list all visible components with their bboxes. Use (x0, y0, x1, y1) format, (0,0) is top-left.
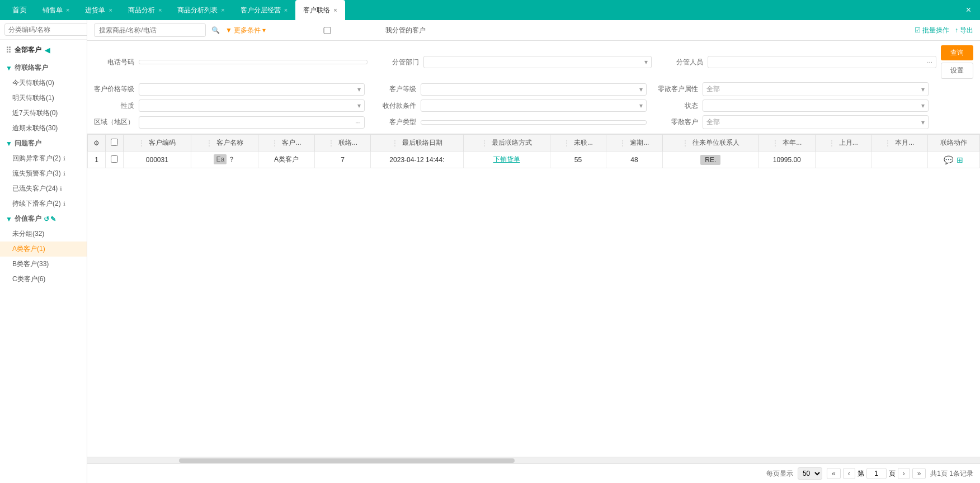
sidebar-search-input[interactable] (4, 23, 87, 36)
staff-select[interactable]: ··· (708, 56, 936, 68)
region-select[interactable]: ··· (139, 116, 365, 129)
customer-level-select[interactable]: ▾ (421, 83, 647, 96)
search-input[interactable] (94, 23, 206, 37)
sidebar-item-today[interactable]: 今天待联络(0) (0, 75, 87, 91)
filter-bar-right: ☑ 批量操作 ↑ 导出 (915, 26, 973, 35)
sidebar-pending-group[interactable]: ▼ 待联络客户 (0, 60, 87, 75)
col-no-contact[interactable]: ⋮ 未联... (550, 135, 606, 151)
close-icon[interactable]: × (333, 7, 337, 13)
refresh-icon[interactable]: ↺ (44, 215, 49, 223)
gear-icon[interactable]: ⚙ (93, 139, 100, 147)
nav-tab-customer-tier[interactable]: 客户分层经营 × (233, 0, 295, 20)
col-overdue[interactable]: ⋮ 逾期... (606, 135, 663, 151)
col-checkbox[interactable] (106, 135, 124, 151)
drag-handle-icon: ⋮ (481, 139, 488, 147)
sidebar-item-tomorrow[interactable]: 明天待联络(1) (0, 91, 87, 106)
sidebar-item-a-class[interactable]: A类客户(1) (0, 242, 87, 257)
col-this-year[interactable]: ⋮ 本年... (758, 135, 815, 151)
col-code[interactable]: ⋮ 客户编码 (124, 135, 191, 151)
col-last-contact-date[interactable]: ⋮ 最后联络日期 (371, 135, 463, 151)
close-icon[interactable]: × (66, 7, 69, 13)
filter-retail-customer: 零散客户 全部 ▾ (658, 115, 929, 129)
search-button[interactable]: 🔍 (211, 26, 220, 34)
close-icon[interactable]: × (284, 7, 288, 13)
prev-page-button[interactable]: ‹ (843, 468, 855, 479)
horizontal-scrollbar[interactable] (87, 457, 980, 463)
next-page-button[interactable]: › (898, 468, 910, 479)
col-level[interactable]: ⋮ 客户... (258, 135, 315, 151)
edit-icon[interactable]: ✎ (50, 215, 56, 223)
nav-home[interactable]: 首页 (4, 0, 35, 20)
query-button[interactable]: 查询 (941, 45, 973, 60)
sidebar-item-overdue[interactable]: 逾期未联络(30) (0, 121, 87, 136)
filter-region: 区域（地区） ··· (94, 116, 365, 129)
last-page-button[interactable]: » (912, 468, 926, 479)
sidebar-item-churn-warning[interactable]: 流失预警客户(3) ℹ (0, 166, 87, 181)
chevron-down-icon: ▾ (644, 58, 648, 66)
nav-tab-sales[interactable]: 销售单 × (35, 0, 77, 20)
page-label: 第 (858, 469, 864, 479)
retail-attr-select[interactable]: 全部 ▾ (703, 82, 929, 96)
chat-icon[interactable]: 💬 (944, 155, 953, 164)
row-last-contact-date: 2023-04-12 14:44: (371, 151, 463, 168)
batch-op-button[interactable]: ☑ 批量操作 (915, 26, 949, 35)
row-checkbox-cell[interactable] (106, 151, 124, 168)
sidebar-item-7days[interactable]: 近7天待联络(0) (0, 106, 87, 121)
sidebar-value-group[interactable]: ▼ 价值客户 ↺ ✎ (0, 211, 87, 226)
phone-input[interactable] (139, 60, 368, 64)
info-icon: ℹ (63, 155, 65, 162)
sidebar-item-churned[interactable]: 已流失客户(24) ℹ (0, 181, 87, 196)
dept-select[interactable]: ▾ (423, 56, 652, 68)
row-last-contact-method[interactable]: 下销货单 (463, 151, 550, 168)
sidebar-all-customers-section: ⠿ 全部客户 ◀ (0, 40, 87, 60)
price-level-select[interactable]: ▾ (139, 83, 365, 96)
status-select[interactable]: ▾ (703, 100, 929, 112)
close-icon[interactable]: × (109, 7, 112, 13)
select-all-checkbox[interactable] (111, 139, 118, 146)
col-contact-person[interactable]: ⋮ 往来单位联系人 (662, 135, 758, 151)
col-last-month[interactable]: ⋮ 上月... (815, 135, 871, 151)
nature-select[interactable]: ▾ (139, 100, 365, 112)
my-customers-checkbox[interactable] (271, 27, 383, 34)
sidebar-item-c-class[interactable]: C类客户(6) (0, 272, 87, 287)
col-this-month[interactable]: ⋮ 本月... (871, 135, 928, 151)
batch-icon: ☑ (915, 26, 921, 34)
my-customers-checkbox-label[interactable]: 我分管的客户 (271, 26, 426, 35)
col-name[interactable]: ⋮ 客户名称 (191, 135, 258, 151)
grid-icon[interactable]: ⊞ (957, 155, 963, 164)
col-last-contact-method[interactable]: ⋮ 最后联络方式 (463, 135, 550, 151)
first-page-button[interactable]: « (827, 468, 841, 479)
collapse-icon[interactable]: ◀ (45, 46, 50, 54)
export-button[interactable]: ↑ 导出 (955, 26, 973, 35)
row-checkbox[interactable] (111, 155, 118, 163)
close-icon[interactable]: × (221, 7, 224, 13)
sidebar-item-ungroup[interactable]: 未分组(32) (0, 226, 87, 242)
nav-tab-product-list[interactable]: 商品分析列表 × (169, 0, 232, 20)
col-contact-count[interactable]: ⋮ 联络... (314, 135, 371, 151)
sidebar-item-abnormal[interactable]: 回购异常客户(2) ℹ (0, 151, 87, 166)
nav-tab-product-analysis[interactable]: 商品分析 × (120, 0, 169, 20)
nav-tab-purchase[interactable]: 进货单 × (77, 0, 120, 20)
customer-type-select[interactable] (421, 120, 647, 125)
setting-button[interactable]: 设置 (941, 63, 973, 79)
more-filter-button[interactable]: ▼ 更多条件 ▾ (225, 26, 266, 35)
retail-customer-select[interactable]: 全部 ▾ (703, 115, 929, 129)
nav-tab-customer-contact[interactable]: 客户联络 × (295, 0, 345, 20)
close-icon[interactable]: × (158, 7, 162, 13)
row-this-year: 10995.00 (758, 151, 815, 168)
top-nav: 首页 销售单 × 进货单 × 商品分析 × 商品分析列表 × 客户分层经营 × … (0, 0, 980, 20)
global-close-button[interactable]: × (962, 5, 976, 15)
sidebar-item-declining[interactable]: 持续下滑客户(2) ℹ (0, 196, 87, 211)
page-number-input[interactable] (866, 468, 887, 479)
sidebar-item-b-class[interactable]: B类客户(33) (0, 257, 87, 272)
sidebar-all-customers-header[interactable]: ⠿ 全部客户 ◀ (0, 42, 87, 58)
chevron-down-icon: ▾ (921, 102, 925, 110)
sidebar-problem-group[interactable]: ▼ 问题客户 (0, 136, 87, 151)
chevron-down-icon: ▾ (357, 102, 361, 110)
col-gear[interactable]: ⚙ (88, 135, 106, 151)
scrollbar-thumb[interactable] (179, 458, 515, 463)
filter-staff: 分管人员 ··· (663, 56, 936, 68)
per-page-select[interactable]: 50 (798, 467, 822, 480)
payment-select[interactable]: ▾ (421, 100, 647, 112)
filter-row-3: 性质 ▾ 收付款条件 ▾ 状态 (94, 100, 973, 112)
